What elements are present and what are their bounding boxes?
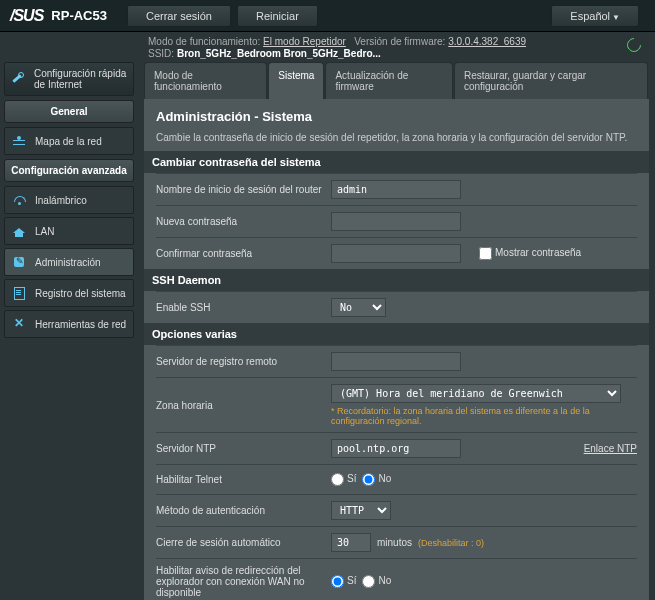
enable-ssh-select[interactable]: No [331,298,386,317]
sidebar-header-advanced: Configuración avanzada [4,159,134,182]
auth-method-label: Método de autenticación [156,505,331,516]
section-header-misc: Opciones varias [144,323,649,345]
ntp-server-label: Servidor NTP [156,443,331,454]
sidebar-item-nettools[interactable]: Herramientas de red [4,310,134,338]
section-header-password: Cambiar contraseña del sistema [144,151,649,173]
asus-logo: /SUS [10,7,43,25]
sidebar: Configuración rápida de Internet General… [0,62,138,600]
ntp-server-input[interactable] [331,439,461,458]
redirect-no[interactable]: No [362,575,391,588]
sidebar-item-label: Inalámbrico [35,195,87,206]
language-select[interactable]: Español▼ [551,5,639,27]
opmode-link[interactable]: El modo Repetidor [263,36,346,47]
tab-system[interactable]: Sistema [268,62,324,99]
model-name: RP-AC53 [51,8,107,23]
show-password-checkbox[interactable] [479,247,492,260]
auto-logout-input[interactable] [331,533,371,552]
login-name-input[interactable] [331,180,461,199]
new-password-input[interactable] [331,212,461,231]
sidebar-header-general: General [4,100,134,123]
sidebar-item-label: Administración [35,257,101,268]
sidebar-item-syslog[interactable]: Registro del sistema [4,279,134,307]
info-bar: Modo de funcionamiento: El modo Repetido… [0,32,655,62]
timezone-hint: * Recordatorio: la zona horaria del sist… [331,406,637,426]
sidebar-item-wireless[interactable]: Inalámbrico [4,186,134,214]
admin-icon [11,255,29,269]
auth-method-select[interactable]: HTTP [331,501,391,520]
tools-icon [11,317,29,331]
sidebar-item-label: Mapa de la red [35,136,102,147]
timezone-select[interactable]: (GMT) Hora del meridiano de Greenwich [331,384,621,403]
ntp-link[interactable]: Enlace NTP [584,443,637,454]
home-icon [11,224,29,238]
new-password-label: Nueva contraseña [156,216,331,227]
timezone-label: Zona horaria [156,400,331,411]
reboot-button[interactable]: Reiniciar [237,5,318,27]
logout-button[interactable]: Cerrar sesión [127,5,231,27]
confirm-password-input[interactable] [331,244,461,263]
remote-log-label: Servidor de registro remoto [156,356,331,367]
tab-fwupdate[interactable]: Actualización de firmware [325,62,452,99]
tab-restore[interactable]: Restaurar, guardar y cargar configuració… [454,62,648,99]
sidebar-item-map[interactable]: Mapa de la red [4,127,134,155]
sidebar-item-label: Herramientas de red [35,319,126,330]
page-description: Cambie la contraseña de inicio de sesión… [156,132,637,143]
auto-logout-label: Cierre de sesión automático [156,537,331,548]
chevron-down-icon: ▼ [612,13,620,22]
login-name-label: Nombre de inicio de sesión del router [156,184,331,195]
wrench-icon [10,72,28,86]
firmware-link[interactable]: 3.0.0.4.382_6639 [448,36,526,47]
enable-ssh-label: Enable SSH [156,302,331,313]
remote-log-input[interactable] [331,352,461,371]
log-icon [11,286,29,300]
telnet-label: Habilitar Telnet [156,474,331,485]
confirm-password-label: Confirmar contraseña [156,248,331,259]
auto-logout-hint: (Deshabilitar : 0) [418,538,484,548]
page-title: Administración - Sistema [156,109,637,124]
language-label: Español [570,10,610,22]
telnet-yes[interactable]: Sí [331,473,356,486]
auto-logout-unit: minutos [377,537,412,548]
section-header-ssh: SSH Daemon [144,269,649,291]
sidebar-item-qis[interactable]: Configuración rápida de Internet [4,62,134,96]
telnet-no[interactable]: No [362,473,391,486]
sidebar-item-admin[interactable]: Administración [4,248,134,276]
sidebar-item-lan[interactable]: LAN [4,217,134,245]
network-map-icon [11,134,29,148]
tab-opmode[interactable]: Modo de funcionamiento [144,62,267,99]
redirect-yes[interactable]: Sí [331,575,356,588]
wifi-icon [11,193,29,207]
ssid-value: Bron_5GHz_Bedroom Bron_5GHz_Bedro... [177,48,381,59]
redirect-label: Habilitar aviso de redirección del explo… [156,565,331,598]
sidebar-item-label: Registro del sistema [35,288,126,299]
sidebar-item-label: LAN [35,226,54,237]
show-password-toggle[interactable]: Mostrar contraseña [479,247,581,260]
sidebar-item-label: Configuración rápida de Internet [34,68,128,90]
